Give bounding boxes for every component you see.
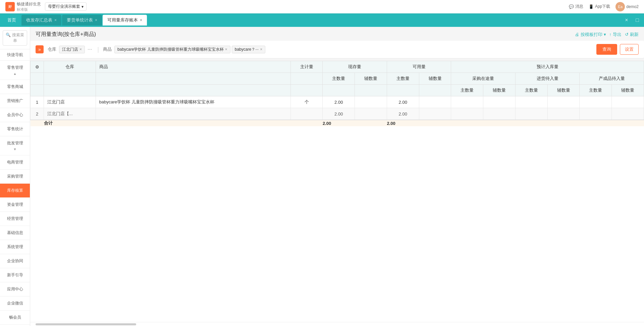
content-area: 可用量查询(按仓库+商品) 🖨 按模板打印 ▾ ↑ 导出 ↺ 刷新 xyxy=(30,27,644,326)
cell-pp-main-2 xyxy=(580,108,612,120)
chevron-down-icon: ▾ xyxy=(82,4,84,9)
col-available: 可用量 xyxy=(387,61,451,73)
product-tag-1: babycare学饮杯 儿童防摔防撞吸管杯重力球吸嘴杯宝宝水杯 × xyxy=(114,46,230,53)
search-menu-button[interactable]: 🔍 搜索菜单 xyxy=(3,30,27,46)
sidebar-item-finance[interactable]: 资金管理 xyxy=(0,198,30,212)
product-filter: 商品 babycare学饮杯 儿童防摔防撞吸管杯重力球吸嘴杯宝宝水杯 × bab… xyxy=(103,46,265,53)
sidebar-app-center-label: 应用中心 xyxy=(7,286,23,292)
filter-expand-button[interactable]: » xyxy=(36,45,44,53)
sidebar-item-retail-mall[interactable]: 零售商城 xyxy=(0,80,30,94)
cell-ip-main-1 xyxy=(515,96,547,108)
cell-pp-aux-2 xyxy=(612,108,644,120)
tab-receipt-close[interactable]: × xyxy=(54,18,57,22)
chevron-print-icon: ▾ xyxy=(604,32,606,37)
col-stock-aux-2 xyxy=(355,85,387,96)
sidebar-item-new-guide[interactable]: 新手引导 xyxy=(0,268,30,282)
warehouse-tags: 江北门店 × ··· xyxy=(59,46,93,53)
sidebar-item-member[interactable]: 畅会员 xyxy=(0,311,30,325)
sidebar-item-marketing[interactable]: 营销推广 xyxy=(0,94,30,108)
table-footer-row: 合计 2.00 2.00 xyxy=(31,120,644,126)
sidebar-basic-info-label: 基础信息 xyxy=(7,230,23,236)
product-tag-2: babycare？··· × xyxy=(232,46,265,53)
footer-empty-3 xyxy=(290,120,323,126)
settings-button[interactable]: 设置 xyxy=(620,44,639,55)
top-bar-left: 好 畅捷通好生意 标准版 母婴行业演示账套 ▾ xyxy=(5,1,87,12)
footer-avail-main: 2.00 xyxy=(387,120,419,126)
sidebar-wholesale-label: 批发管理 xyxy=(7,140,23,146)
warehouse-tag-close[interactable]: × xyxy=(79,47,82,52)
footer-stock-main: 2.00 xyxy=(323,120,355,126)
sidebar-search[interactable]: 🔍 搜索菜单 xyxy=(0,27,30,49)
sidebar-quick-nav[interactable]: 快捷导航 xyxy=(0,49,30,61)
query-button[interactable]: 查询 xyxy=(596,44,617,55)
col-avail-main-2 xyxy=(387,85,419,96)
maximize-window-button[interactable]: □ xyxy=(633,16,641,24)
sidebar-item-app-center[interactable]: 应用中心 xyxy=(0,282,30,296)
sidebar-operations-label: 经营管理 xyxy=(7,216,23,222)
sidebar-finance-label: 资金管理 xyxy=(7,202,23,207)
app-download-button[interactable]: 📱 App下载 xyxy=(589,4,610,9)
warehouse-more-button[interactable]: ··· xyxy=(86,46,93,52)
cell-pp-main-1 xyxy=(580,96,612,108)
tab-receipt-label: 收发存汇总表 xyxy=(26,17,52,23)
user-menu[interactable]: Ea demo2 xyxy=(615,2,639,11)
sidebar-item-member-center[interactable]: 会员中心 xyxy=(0,108,30,122)
nav-tabs: 首页 收发存汇总表 × 要货单统计表 × 可用量库存账本 × × □ xyxy=(0,13,644,27)
refresh-button[interactable]: ↺ 刷新 xyxy=(625,32,639,38)
product-tags: babycare学饮杯 儿童防摔防撞吸管杯重力球吸嘴杯宝宝水杯 × babyca… xyxy=(114,46,265,53)
sidebar-item-enterprise-collab[interactable]: 企业协同 xyxy=(0,254,30,268)
tab-inventory-close[interactable]: × xyxy=(140,18,142,22)
tab-home[interactable]: 首页 xyxy=(3,15,21,26)
org-selector[interactable]: 母婴行业演示账套 ▾ xyxy=(45,2,87,11)
sidebar-enterprise-wechat-label: 企业微信 xyxy=(7,300,23,306)
product-tag-1-close[interactable]: × xyxy=(225,47,227,52)
sidebar-item-retail-mgmt[interactable]: 零售管理 ▲ xyxy=(0,61,30,80)
warehouse-label: 仓库 xyxy=(48,46,56,52)
sidebar-ecommerce-label: 电商管理 xyxy=(7,159,23,165)
col-pt-aux: 辅数量 xyxy=(483,85,516,96)
footer-pp-aux xyxy=(612,120,644,126)
sidebar-item-system-mgmt[interactable]: 系统管理 xyxy=(0,240,30,254)
search-icon: 🔍 xyxy=(6,33,11,37)
col-stock-main-2 xyxy=(323,85,355,96)
table-wrapper[interactable]: ⚙ 仓库 商品 主计量 现存量 可用量 预计入库量 主数量 xyxy=(30,61,644,322)
main-layout: 🔍 搜索菜单 快捷导航 零售管理 ▲ 零售商城 营销推广 会员中心 零售统计 批… xyxy=(0,27,644,326)
logo-icon: 好 xyxy=(5,2,15,11)
tab-receipt-summary[interactable]: 收发存汇总表 × xyxy=(21,15,61,26)
cell-ip-aux-2 xyxy=(547,108,580,120)
sidebar-item-basic-info[interactable]: 基础信息 xyxy=(0,226,30,240)
cell-pt-aux-1 xyxy=(483,96,516,108)
footer-pt-aux xyxy=(483,120,516,126)
nav-window-actions: × □ xyxy=(623,16,641,24)
sidebar-item-ecommerce[interactable]: 电商管理 xyxy=(0,155,30,170)
sidebar-item-wholesale-mgmt[interactable]: 批发管理 ▼ xyxy=(0,136,30,155)
export-button[interactable]: ↑ 导出 xyxy=(609,32,622,38)
cell-pt-aux-2 xyxy=(483,108,516,120)
print-template-button[interactable]: 🖨 按模板打印 ▾ xyxy=(575,32,606,38)
sidebar-item-purchase[interactable]: 采购管理 xyxy=(0,170,30,184)
message-button[interactable]: 💬 消息 xyxy=(569,4,583,9)
page-title: 可用量查询(按仓库+商品) xyxy=(36,31,96,38)
refresh-icon: ↺ xyxy=(625,32,629,37)
horizontal-scrollbar[interactable] xyxy=(36,323,136,325)
tab-order-stats[interactable]: 要货单统计表 × xyxy=(62,15,102,26)
col-warehouse-2 xyxy=(44,73,96,85)
col-pt-main: 主数量 xyxy=(451,85,483,96)
product-tag-2-close[interactable]: × xyxy=(260,47,262,52)
sidebar-item-enterprise-wechat[interactable]: 企业微信 xyxy=(0,296,30,311)
tab-available-inventory[interactable]: 可用量库存账本 × xyxy=(103,15,147,26)
col-planned-in: 预计入库量 xyxy=(451,61,644,73)
sidebar-item-retail-stats[interactable]: 零售统计 xyxy=(0,122,30,136)
footer-ip-aux xyxy=(547,120,580,126)
col-warehouse: 仓库 xyxy=(44,61,96,73)
col-avail-main: 主数量 xyxy=(387,73,419,85)
warehouse-filter: 仓库 江北门店 × ··· xyxy=(48,46,93,53)
close-window-button[interactable]: × xyxy=(623,16,631,24)
sidebar-item-inventory[interactable]: 库存核算 xyxy=(0,184,30,198)
filter-actions: 查询 设置 xyxy=(596,44,639,55)
tab-order-close[interactable]: × xyxy=(95,18,97,22)
col-product-3 xyxy=(96,85,290,96)
sidebar-item-operations[interactable]: 经营管理 xyxy=(0,212,30,226)
col-production-pending: 产成品待入量 xyxy=(580,73,644,85)
bottom-scroll[interactable] xyxy=(30,322,644,326)
